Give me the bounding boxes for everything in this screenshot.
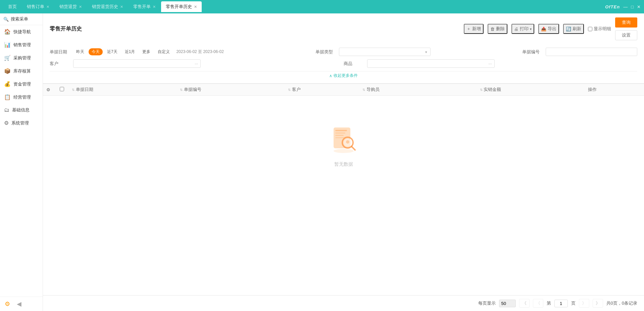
- svg-line-8: [351, 146, 355, 150]
- sidebar-item-purchase[interactable]: 🛒 采购管理: [0, 51, 43, 64]
- print-arrow-icon: ▾: [530, 27, 532, 31]
- filter-dates: 昨天 今天 近7天 近1月 更多 自定义 2023-06-02 至 2023-0…: [73, 48, 224, 56]
- th-guide-label: 导购员: [366, 87, 380, 92]
- show-detail-checkbox-wrap[interactable]: 显示明细: [588, 26, 611, 32]
- query-button[interactable]: 查询: [615, 17, 637, 28]
- show-detail-label: 显示明细: [594, 26, 611, 32]
- date-filter-label: 单据日期: [50, 49, 73, 55]
- customer-filter-label: 客户: [50, 61, 73, 67]
- page-next-button[interactable]: 〉: [579, 299, 589, 308]
- tab-sales-order-label: 销售订单: [27, 4, 44, 10]
- th-guide: ⇅ 导购员: [359, 84, 450, 96]
- th-code-sort-icon[interactable]: ⇅: [180, 88, 183, 92]
- print-button[interactable]: 🖨 打印 ▾: [511, 24, 534, 34]
- tab-retail-history[interactable]: 零售开单历史 ✕: [161, 1, 202, 12]
- th-date-sort-icon[interactable]: ⇅: [72, 88, 75, 92]
- refresh-label: 刷新: [573, 26, 581, 32]
- tab-return[interactable]: 销货退货 ✕: [55, 1, 87, 12]
- th-date: ⇅ 单据日期: [68, 84, 177, 96]
- column-settings-icon[interactable]: ⚙: [46, 87, 50, 92]
- goods-filter-label: 商品: [344, 61, 367, 67]
- goods-filter-input[interactable]: [367, 59, 495, 68]
- filter-row-date: 单据日期 昨天 今天 近7天 近1月 更多 自定义 2023-06-02 至 2…: [50, 48, 637, 56]
- inventory-icon: 📦: [4, 68, 11, 74]
- brand-text: OfTEn: [605, 4, 620, 9]
- main-content: 零售开单历史 ＋ 新增 🗑 删除 🖨 打印 ▾: [43, 13, 644, 311]
- page-prev-button[interactable]: 〈: [533, 299, 543, 308]
- app-body: 🔍 搜索采单 🏠 快捷导航 📊 销售管理 🛒 采购管理 📦 库存核算 💰 资金管…: [0, 13, 644, 311]
- tab-return-history[interactable]: 销货退货历史 ✕: [87, 1, 128, 12]
- empty-text: 暂无数据: [334, 161, 353, 167]
- print-label: 打印: [520, 26, 529, 32]
- tab-return-close[interactable]: ✕: [79, 5, 82, 9]
- code-filter-input[interactable]: [546, 48, 637, 56]
- sidebar-item-basic-label: 基础信息: [12, 107, 30, 113]
- sidebar-item-inventory[interactable]: 📦 库存核算: [0, 64, 43, 77]
- date-btn-7days[interactable]: 近7天: [104, 48, 120, 56]
- window-minimize[interactable]: —: [623, 4, 628, 9]
- per-page-select[interactable]: 10 20 50 100: [499, 300, 516, 307]
- per-page-label: 每页显示: [478, 300, 496, 306]
- tab-home-label: 首页: [8, 4, 17, 10]
- page-label-text: 第: [547, 300, 551, 306]
- th-amount-sort-icon[interactable]: ⇅: [480, 88, 483, 92]
- sidebar-item-finance[interactable]: 💰 资金管理: [0, 77, 43, 91]
- setting-button[interactable]: 设置: [615, 30, 637, 40]
- th-amount-label: 实销金额: [484, 87, 501, 92]
- sidebar-item-basic[interactable]: 🗂 基础信息: [0, 104, 43, 116]
- sidebar-item-sales[interactable]: 📊 销售管理: [0, 38, 43, 51]
- page-first-button[interactable]: 《: [519, 299, 530, 308]
- sidebar-item-system-label: 系统管理: [11, 120, 29, 126]
- add-button[interactable]: ＋ 新增: [464, 24, 484, 34]
- tab-sales-order[interactable]: 销售订单 ✕: [22, 1, 54, 12]
- th-code: ⇅ 单据编号: [177, 84, 285, 96]
- empty-illustration: [327, 122, 360, 156]
- sidebar-item-operation[interactable]: 📋 经营管理: [0, 91, 43, 104]
- window-close[interactable]: ✕: [637, 4, 641, 9]
- show-detail-checkbox[interactable]: [588, 27, 592, 31]
- th-customer-sort-icon[interactable]: ⇅: [288, 88, 291, 92]
- sales-icon: 📊: [4, 42, 11, 48]
- export-icon: 📤: [541, 27, 546, 32]
- collapse-sidebar-icon[interactable]: ◀: [17, 300, 21, 308]
- tab-return-history-close[interactable]: ✕: [120, 5, 123, 9]
- tab-retail-history-close[interactable]: ✕: [194, 5, 197, 9]
- sidebar-item-purchase-label: 采购管理: [13, 55, 31, 61]
- total-text: 共0页，0条记录: [606, 300, 637, 306]
- window-maximize[interactable]: □: [631, 4, 634, 9]
- customer-filter-input[interactable]: [73, 59, 201, 68]
- settings-bottom-icon[interactable]: ⚙: [5, 300, 10, 308]
- date-btn-today[interactable]: 今天: [89, 48, 103, 55]
- empty-state: 暂无数据: [43, 96, 644, 194]
- delete-button[interactable]: 🗑 删除: [488, 24, 507, 34]
- page-last-button[interactable]: 》: [593, 299, 603, 308]
- tab-retail[interactable]: 零售开单 ✕: [129, 1, 160, 12]
- refresh-button[interactable]: 🔄 刷新: [563, 24, 584, 34]
- date-btn-1month[interactable]: 近1月: [122, 48, 138, 56]
- select-all-checkbox[interactable]: [60, 87, 64, 91]
- sidebar-item-nav-label: 快捷导航: [13, 29, 31, 35]
- th-guide-sort-icon[interactable]: ⇅: [362, 88, 365, 92]
- tab-home[interactable]: 首页: [3, 1, 21, 12]
- collapse-button[interactable]: ∧ 收起更多条件: [329, 73, 358, 79]
- tab-retail-close[interactable]: ✕: [153, 5, 156, 9]
- basic-icon: 🗂: [4, 107, 9, 113]
- data-table: ⚙ ⇅ 单据日期 ⇅ 单据编号: [43, 84, 644, 96]
- date-btn-yesterday[interactable]: 昨天: [73, 48, 87, 56]
- customer-filter-wrap: ···: [73, 59, 201, 68]
- th-settings: ⚙: [43, 84, 56, 96]
- sidebar-item-nav[interactable]: 🏠 快捷导航: [0, 25, 43, 38]
- sidebar-item-system[interactable]: ⚙ 系统管理: [0, 116, 43, 129]
- date-btn-more[interactable]: 更多: [139, 48, 153, 56]
- add-icon: ＋: [466, 26, 471, 32]
- type-filter-label: 单据类型: [315, 49, 339, 55]
- sidebar-search[interactable]: 🔍 搜索采单: [0, 13, 43, 25]
- export-button[interactable]: 📤 导出: [538, 24, 559, 34]
- page-number-input[interactable]: [554, 300, 568, 307]
- page-title: 零售开单历史: [50, 25, 82, 33]
- date-btn-custom[interactable]: 自定义: [155, 48, 173, 56]
- tab-sales-order-close[interactable]: ✕: [46, 5, 49, 9]
- delete-icon: 🗑: [490, 27, 495, 32]
- th-code-label: 单据编号: [184, 87, 201, 92]
- type-filter-select[interactable]: [339, 48, 431, 56]
